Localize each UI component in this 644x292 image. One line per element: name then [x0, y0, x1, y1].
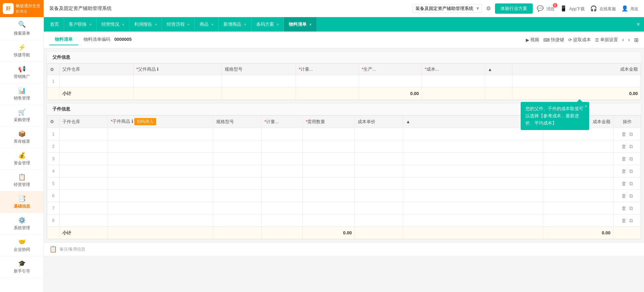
child-row-3-unit[interactable] [261, 153, 303, 165]
copy-row-5-icon[interactable]: ⧉ [629, 180, 633, 187]
parent-col-gear[interactable]: ⚙ [47, 64, 60, 75]
parent-row-1-spec[interactable] [222, 75, 296, 87]
copy-row-6-icon[interactable]: ⧉ [629, 193, 633, 199]
sidebar-item-purchase[interactable]: 🛒 采购管理 [0, 105, 44, 127]
close-customer-tab[interactable]: × [89, 22, 91, 26]
delete-row-8-icon[interactable]: 🗑 [621, 218, 627, 224]
extract-cost-btn[interactable]: ⟳ 提取成本 [568, 37, 591, 43]
child-row-3-warehouse[interactable] [60, 153, 108, 165]
child-row-7-unit[interactable] [261, 202, 303, 214]
child-row-4-amount[interactable] [543, 165, 614, 177]
system-select[interactable]: 装备及固定资产辅助管理系统 [412, 4, 482, 13]
child-row-7-spec[interactable] [213, 202, 261, 214]
child-row-1-goods[interactable] [108, 128, 213, 140]
parent-row-1-produce[interactable] [359, 75, 422, 87]
child-row-6-unit[interactable] [261, 190, 303, 202]
child-row-4-spec[interactable] [213, 165, 261, 177]
tab-add-goods[interactable]: 新增商品 × [219, 17, 251, 32]
child-col-gear[interactable]: ⚙ [47, 116, 60, 128]
parent-row-1-warehouse[interactable] [60, 75, 134, 87]
child-row-5-warehouse[interactable] [60, 177, 108, 190]
child-row-4-goods[interactable] [108, 165, 213, 177]
child-row-3-amount[interactable] [543, 153, 614, 165]
child-row-6-unit-cost[interactable] [355, 190, 403, 202]
delete-row-6-icon[interactable]: 🗑 [621, 193, 627, 199]
child-row-1-unit-cost[interactable] [355, 128, 403, 140]
tab-barcode[interactable]: 条码方案 × [251, 17, 284, 32]
single-setting-btn[interactable]: ☰ 单据设置 [595, 37, 618, 43]
child-row-7-unit-cost[interactable] [355, 202, 403, 214]
prev-btn[interactable]: ‹ [622, 37, 624, 43]
child-row-2-warehouse[interactable] [60, 140, 108, 153]
child-row-2-goods[interactable] [108, 140, 213, 153]
app-download-link[interactable]: 📱 App下载 [560, 5, 585, 12]
child-row-6-goods[interactable] [108, 190, 213, 202]
sub-tab-bom-code[interactable]: 物料清单编码 0000005 [78, 34, 137, 45]
delete-row-3-icon[interactable]: 🗑 [621, 156, 627, 162]
child-row-4-unit[interactable] [261, 165, 303, 177]
child-row-5-amount[interactable] [543, 177, 614, 190]
child-row-5-qty[interactable] [303, 177, 355, 190]
scan-input-btn[interactable]: 扫码录入 [134, 118, 156, 125]
child-row-6-amount[interactable] [543, 190, 614, 202]
child-row-8-goods[interactable] [108, 214, 213, 227]
child-row-1-qty[interactable] [303, 128, 355, 140]
parent-row-1-amount[interactable] [512, 75, 641, 87]
child-row-3-qty[interactable] [303, 153, 355, 165]
sidebar-item-search[interactable]: 🔍 搜索菜单 [0, 17, 44, 40]
next-btn[interactable]: › [628, 37, 630, 43]
child-row-8-warehouse[interactable] [60, 214, 108, 227]
user-avatar[interactable]: 👤 用友 [621, 5, 639, 12]
tooltip-close-btn[interactable]: × [585, 103, 587, 110]
tab-history[interactable]: 经营历程 × [162, 17, 195, 32]
view-btn[interactable]: ▶ 视频 [526, 37, 539, 43]
child-row-8-spec[interactable] [213, 214, 261, 227]
close-add-goods-tab[interactable]: × [244, 22, 246, 26]
sidebar-item-guide[interactable]: 🎓 新手引导 [0, 256, 44, 278]
child-row-8-qty[interactable] [303, 214, 355, 227]
sidebar-item-marketing[interactable]: 📢 营销推广 [0, 62, 44, 83]
child-row-4-qty[interactable] [303, 165, 355, 177]
close-operation-tab[interactable]: × [122, 22, 124, 26]
sidebar-item-collab[interactable]: 🤝 企业协同 [0, 235, 44, 256]
child-row-2-unit-cost[interactable] [355, 140, 403, 153]
grid-view-btn[interactable]: ⊞ [634, 37, 639, 43]
copy-row-1-icon[interactable]: ⧉ [629, 131, 633, 137]
close-bom-tab[interactable]: × [309, 22, 311, 26]
child-row-3-unit-cost[interactable] [355, 153, 403, 165]
sidebar-item-basic[interactable]: 📑 基础信息 [0, 191, 44, 213]
close-barcode-tab[interactable]: × [277, 22, 279, 26]
sidebar-item-finance[interactable]: 💰 资金管理 [0, 148, 44, 170]
delete-row-4-icon[interactable]: 🗑 [621, 168, 627, 174]
child-row-7-qty[interactable] [303, 202, 355, 214]
message-icon-wrapper[interactable]: 💬 6 消息 [537, 5, 555, 12]
child-row-7-warehouse[interactable] [60, 202, 108, 214]
child-row-5-spec[interactable] [213, 177, 261, 190]
parent-row-1-unit[interactable] [296, 75, 359, 87]
tab-customer[interactable]: 客户联络 × [64, 17, 97, 32]
child-row-3-goods[interactable] [108, 153, 213, 165]
child-row-8-amount[interactable] [543, 214, 614, 227]
tab-home[interactable]: 首页 [45, 17, 64, 32]
copy-row-7-icon[interactable]: ⧉ [629, 205, 633, 211]
child-row-6-spec[interactable] [213, 190, 261, 202]
child-row-5-unit-cost[interactable] [355, 177, 403, 190]
close-all-tabs-btn[interactable]: × [634, 21, 643, 27]
delete-row-2-icon[interactable]: 🗑 [621, 143, 627, 150]
parent-row-1-goods[interactable] [133, 75, 222, 87]
settings-icon[interactable]: ⚙ [486, 5, 491, 12]
child-row-3-spec[interactable] [213, 153, 261, 165]
delete-row-1-icon[interactable]: 🗑 [621, 131, 627, 137]
child-row-1-unit[interactable] [261, 128, 303, 140]
system-selector[interactable]: 装备及固定资产辅助管理系统 ▼ [412, 4, 482, 13]
copy-row-8-icon[interactable]: ⧉ [629, 218, 633, 224]
sidebar-item-inventory[interactable]: 📦 库存核算 [0, 127, 44, 148]
sub-tab-bom-list[interactable]: 物料清单 [49, 34, 78, 45]
child-row-2-spec[interactable] [213, 140, 261, 153]
sidebar-item-system[interactable]: ⚙️ 系统管理 [0, 213, 44, 235]
child-row-5-unit[interactable] [261, 177, 303, 190]
child-row-2-amount[interactable] [543, 140, 614, 153]
tab-goods[interactable]: 商品 × [195, 17, 219, 32]
experience-button[interactable]: 体验行业方案 [495, 3, 533, 14]
child-row-2-unit[interactable] [261, 140, 303, 153]
